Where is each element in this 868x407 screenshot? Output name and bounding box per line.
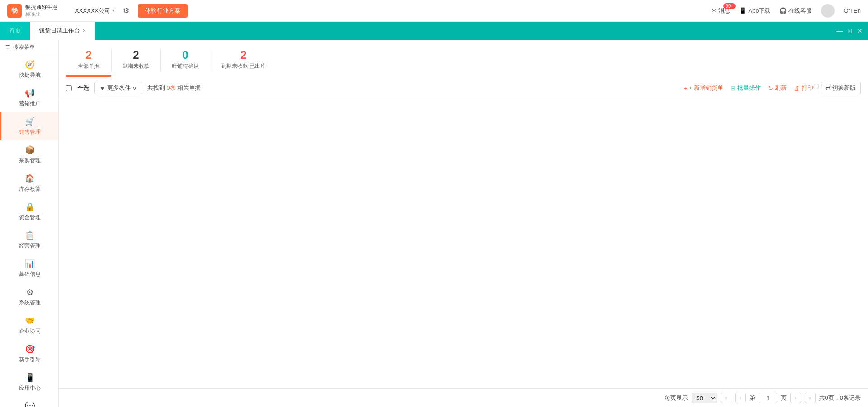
experience-button[interactable]: 体验行业方案 [138, 4, 188, 18]
toolbar-right: + + 新增销货单 ⊞ 批量操作 ↻ 刷新 🖨 打印 ⇄ 切换新版 [684, 82, 861, 94]
user-name: OfTEn [844, 7, 861, 14]
sidebar-item-purchase[interactable]: 📦 采购管理 [0, 140, 58, 169]
stat-label-all: 全部单据 [78, 62, 99, 70]
print-icon: 🖨 [794, 85, 800, 92]
add-icon: + [684, 85, 687, 92]
sidebar-item-basic-info[interactable]: 📊 基础信息 [0, 254, 58, 283]
search-menu-label: 搜索菜单 [13, 43, 35, 51]
print-label: 打印 [802, 84, 813, 92]
purchase-icon: 📦 [25, 145, 35, 155]
page-label: 第 [750, 394, 755, 402]
app-download-button[interactable]: 📱 App下载 [739, 7, 770, 15]
sidebar-item-guide[interactable]: 🎯 新手引导 [0, 340, 58, 368]
page-number-input[interactable] [759, 393, 777, 403]
sidebar-item-label: 资金管理 [19, 214, 41, 221]
marketing-icon: 📢 [25, 88, 35, 98]
sidebar-item-label: 应用中心 [19, 384, 41, 392]
stats-tabs: 2 全部单据 2 到期未收款 0 旺铺待确认 2 到期未收款 已出库 [59, 40, 868, 77]
operation-icon: 📋 [25, 230, 35, 240]
top-header: 畅 畅捷通好生意 标准版 XXXXXX公司 ▾ ⚙ 体验行业方案 ✉ 消息 99… [0, 0, 868, 22]
stat-label-overdue-out: 到期未收款 已出库 [221, 62, 266, 70]
guide-icon: 🎯 [25, 344, 35, 354]
stat-tab-overdue[interactable]: 2 到期未收款 [112, 45, 160, 77]
apps-icon: 📱 [25, 373, 35, 383]
per-page-select[interactable]: 50 20 100 [692, 393, 717, 403]
online-service-button[interactable]: 🎧 在线客服 [779, 7, 812, 15]
batch-label: 批量操作 [737, 84, 761, 92]
sidebar-item-wechat[interactable]: 💬 企业微信 [0, 397, 58, 407]
online-service-label: 在线客服 [788, 7, 812, 15]
finance-icon: 🔒 [25, 202, 35, 212]
main-layout: ☰ 搜索菜单 🧭 快捷导航 📢 营销推广 🛒 销售管理 📦 采购管理 🏠 库存核… [0, 40, 868, 407]
quick-nav-icon: 🧭 [25, 60, 35, 70]
stat-label-pending: 旺铺待确认 [172, 62, 199, 70]
stat-num-all: 2 [85, 49, 91, 61]
pagination: 每页显示 50 20 100 « ‹ 第 页 › » 共0页，0条记录 [59, 388, 868, 407]
sidebar-item-finance[interactable]: 🔒 资金管理 [0, 197, 58, 226]
logo-area: 畅 畅捷通好生意 标准版 [7, 4, 66, 18]
print-button[interactable]: 🖨 打印 [794, 84, 813, 92]
settings-button[interactable]: ⚙ [120, 5, 132, 17]
select-all-label: 全选 [77, 84, 89, 92]
sidebar-item-sales[interactable]: 🛒 销售管理 [0, 112, 58, 140]
page-last-button[interactable]: » [805, 393, 816, 403]
logo-icon: 畅 [7, 4, 22, 18]
close-window-icon[interactable]: ✕ [857, 27, 863, 34]
sidebar-item-label: 营销推广 [19, 100, 41, 108]
message-badge: 99+ [723, 3, 736, 9]
sidebar-item-label: 采购管理 [19, 157, 41, 164]
header-center: XXXXXX公司 ▾ ⚙ 体验行业方案 [66, 4, 712, 18]
minimize-icon[interactable]: — [836, 27, 843, 34]
sidebar-item-label: 快捷导航 [19, 71, 41, 79]
basic-info-icon: 📊 [25, 259, 35, 269]
page-first-button[interactable]: « [721, 393, 731, 403]
company-selector[interactable]: XXXXXX公司 ▾ [75, 7, 114, 15]
cooperation-icon: 🤝 [25, 316, 35, 326]
table-area [59, 99, 868, 388]
per-page-label: 每页显示 [665, 394, 688, 402]
avatar[interactable] [821, 4, 835, 18]
sidebar-item-system[interactable]: ⚙ 系统管理 [0, 283, 58, 311]
add-sale-button[interactable]: + + 新增销货单 [684, 84, 723, 92]
stat-tab-pending[interactable]: 0 旺铺待确认 [161, 45, 210, 77]
maximize-icon[interactable]: ⊡ [847, 27, 853, 34]
header-right: ✉ 消息 99+ 📱 App下载 🎧 在线客服 OfTEn [712, 4, 861, 18]
toolbar-left: 全选 ▼ 更多条件 ∨ 共找到 0条 相关单据 [66, 82, 678, 94]
content-area: 2 全部单据 2 到期未收款 0 旺铺待确认 2 到期未收款 已出库 [59, 40, 868, 407]
sidebar-item-quick-nav[interactable]: 🧭 快捷导航 [0, 55, 58, 84]
tab-bar-right: — ⊡ ✕ [836, 27, 868, 34]
sidebar-item-label: 系统管理 [19, 299, 41, 307]
phone-icon: 📱 [739, 7, 746, 14]
page-next-button[interactable]: › [790, 393, 801, 403]
switch-version-button[interactable]: ⇄ 切换新版 [821, 82, 861, 94]
add-label: + 新增销货单 [689, 84, 723, 92]
chevron-down-icon: ▾ [112, 8, 114, 13]
more-filter-button[interactable]: ▼ 更多条件 ∨ [94, 82, 142, 94]
logo-text: 畅捷通好生意 标准版 [25, 4, 58, 18]
total-label: 共0页，0条记录 [819, 394, 861, 402]
stat-num-overdue-out: 2 [241, 49, 246, 61]
sidebar-item-inventory[interactable]: 🏠 库存核算 [0, 169, 58, 197]
refresh-button[interactable]: ↻ 刷新 [768, 84, 787, 92]
sidebar-item-operation[interactable]: 📋 经营管理 [0, 226, 58, 254]
sidebar: ☰ 搜索菜单 🧭 快捷导航 📢 营销推广 🛒 销售管理 📦 采购管理 🏠 库存核… [0, 40, 59, 407]
stat-tab-all[interactable]: 2 全部单据 [66, 45, 111, 77]
page-prev-button[interactable]: ‹ [735, 393, 746, 403]
sidebar-item-apps[interactable]: 📱 应用中心 [0, 368, 58, 397]
sidebar-item-marketing[interactable]: 📢 营销推广 [0, 84, 58, 112]
search-menu[interactable]: ☰ 搜索菜单 [0, 40, 58, 55]
stat-tab-overdue-out[interactable]: 2 到期未收款 已出库 [210, 45, 277, 77]
refresh-icon: ↻ [768, 85, 773, 92]
batch-operation-button[interactable]: ⊞ 批量操作 [731, 84, 761, 92]
sidebar-item-cooperation[interactable]: 🤝 企业协同 [0, 311, 58, 340]
select-all-checkbox[interactable] [66, 85, 72, 91]
message-button[interactable]: ✉ 消息 99+ [712, 7, 730, 15]
switch-icon: ⇄ [826, 85, 830, 92]
service-icon: 🎧 [779, 7, 787, 14]
tab-close-icon[interactable]: × [83, 28, 86, 34]
tab-active[interactable]: 钱货日清工作台 × [30, 22, 95, 40]
sidebar-item-label: 基础信息 [19, 271, 41, 278]
tab-home[interactable]: 首页 [0, 22, 30, 40]
more-filter-label: 更多条件 [107, 84, 131, 92]
sidebar-item-label: 新手引导 [19, 356, 41, 364]
